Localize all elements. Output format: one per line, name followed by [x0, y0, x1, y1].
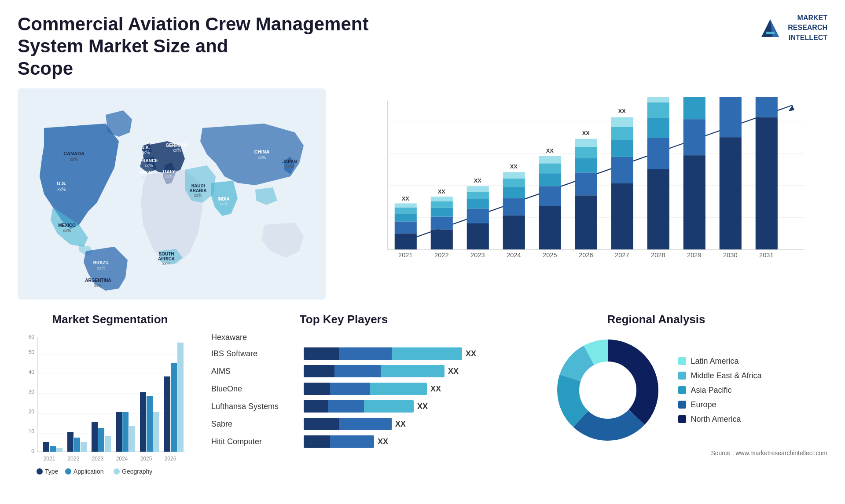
- svg-rect-47: [395, 208, 417, 214]
- svg-rect-134: [50, 446, 56, 452]
- svg-text:xx%: xx%: [142, 150, 150, 155]
- player-name-hexaware: Hexaware: [211, 333, 299, 342]
- svg-text:U.S.: U.S.: [57, 181, 66, 186]
- legend-dot-north-america: [678, 415, 686, 423]
- svg-rect-88: [611, 140, 633, 157]
- svg-rect-51: [431, 230, 453, 250]
- player-row-lufthansa: Lufthansa Systems XX: [211, 400, 476, 413]
- svg-rect-44: [395, 234, 417, 249]
- segmentation-section: Market Segmentation 0 10 20 30 40 50 60: [18, 313, 202, 497]
- bar-chart-container: XX 2021 XX 2022 XX 2023: [339, 88, 827, 299]
- svg-point-162: [581, 364, 634, 416]
- svg-text:XX: XX: [618, 108, 626, 115]
- player-val-blueone: XX: [430, 384, 441, 394]
- svg-rect-133: [43, 442, 49, 452]
- svg-text:xx%: xx%: [286, 164, 294, 169]
- player-val-aims: XX: [448, 367, 459, 376]
- player-val-hitit: XX: [378, 437, 388, 446]
- svg-text:2027: 2027: [615, 252, 629, 259]
- svg-text:xx%: xx%: [220, 201, 228, 206]
- player-val-ibs: XX: [466, 349, 476, 358]
- brand-logo-icon: [757, 15, 783, 41]
- key-players-title: Top Key Players: [211, 313, 476, 326]
- svg-text:U.K.: U.K.: [141, 145, 150, 150]
- legend-latin-america: Latin America: [678, 357, 761, 366]
- player-row-hitit: Hitit Computer XX: [211, 435, 476, 448]
- svg-text:2021: 2021: [398, 252, 412, 259]
- brand-name: MARKET RESEARCH INTELLECT: [788, 13, 827, 43]
- svg-rect-138: [81, 442, 87, 452]
- svg-text:10: 10: [29, 428, 35, 435]
- svg-text:SOUTH: SOUTH: [159, 252, 174, 256]
- svg-rect-102: [683, 97, 705, 119]
- svg-rect-83: [575, 139, 597, 147]
- svg-rect-68: [503, 179, 525, 187]
- svg-rect-75: [539, 164, 561, 174]
- svg-rect-106: [720, 97, 742, 137]
- svg-rect-93: [647, 169, 669, 249]
- svg-text:ARABIA: ARABIA: [190, 188, 207, 193]
- legend-label-asia-pacific: Asia Pacific: [691, 386, 731, 395]
- title-block: Commercial Aviation Crew Management Syst…: [18, 13, 414, 80]
- svg-text:2026: 2026: [165, 456, 176, 462]
- svg-point-151: [37, 468, 43, 475]
- svg-rect-149: [171, 363, 177, 452]
- svg-rect-79: [575, 195, 597, 249]
- key-players-section: Top Key Players Hexaware IBS Software XX: [211, 313, 476, 497]
- svg-rect-2: [766, 32, 775, 34]
- svg-rect-95: [647, 118, 669, 139]
- svg-rect-100: [683, 155, 705, 249]
- svg-rect-59: [467, 208, 489, 223]
- svg-rect-76: [539, 156, 561, 163]
- player-name-sabre: Sabre: [211, 420, 299, 429]
- svg-rect-142: [116, 412, 122, 452]
- world-map: CANADA xx% U.S. xx% MEXICO xx% BRAZIL xx…: [18, 88, 326, 299]
- svg-text:Type: Type: [45, 468, 59, 475]
- svg-rect-150: [177, 343, 184, 452]
- svg-text:2023: 2023: [92, 456, 104, 462]
- legend-dot-middle-east: [678, 372, 686, 380]
- legend-north-america: North America: [678, 415, 761, 424]
- regional-section: Regional Analysis: [485, 313, 827, 497]
- svg-text:CHINA: CHINA: [254, 149, 270, 154]
- logo-block: MARKET RESEARCH INTELLECT: [757, 13, 827, 43]
- player-name-aims: AIMS: [211, 367, 299, 376]
- svg-text:2026: 2026: [579, 252, 593, 259]
- header: Commercial Aviation Crew Management Syst…: [18, 13, 827, 80]
- svg-text:0: 0: [31, 448, 34, 454]
- svg-text:ITALY: ITALY: [163, 169, 175, 174]
- svg-rect-90: [611, 117, 633, 127]
- player-bar-wrap-sabre: XX: [304, 418, 476, 430]
- svg-rect-145: [140, 392, 146, 452]
- svg-text:2023: 2023: [470, 252, 485, 259]
- player-bar-wrap-aims: XX: [304, 365, 476, 377]
- top-section: CANADA xx% U.S. xx% MEXICO xx% BRAZIL xx…: [18, 88, 827, 299]
- regional-content: Latin America Middle East & Africa Asia …: [485, 333, 827, 447]
- page-container: Commercial Aviation Crew Management Syst…: [0, 0, 845, 504]
- svg-rect-136: [67, 432, 73, 452]
- player-row-hexaware: Hexaware: [211, 333, 476, 342]
- svg-text:SPAIN: SPAIN: [139, 170, 152, 175]
- svg-text:XX: XX: [510, 163, 518, 170]
- svg-rect-53: [431, 208, 453, 217]
- svg-rect-65: [503, 215, 525, 249]
- svg-text:2024: 2024: [116, 456, 128, 462]
- player-bar-wrap-hitit: XX: [304, 435, 476, 448]
- svg-rect-94: [647, 138, 669, 169]
- source-text: Source : www.marketresearchintellect.com: [485, 449, 827, 457]
- svg-rect-62: [467, 186, 489, 192]
- svg-rect-97: [647, 97, 669, 102]
- svg-text:FRANCE: FRANCE: [140, 158, 158, 163]
- player-row-sabre: Sabre XX: [211, 418, 476, 430]
- svg-rect-69: [503, 172, 525, 179]
- player-row-blueone: BlueOne XX: [211, 383, 476, 395]
- legend-label-middle-east: Middle East & Africa: [691, 371, 761, 380]
- svg-rect-48: [395, 204, 417, 208]
- svg-text:2022: 2022: [434, 252, 448, 259]
- legend-label-europe: Europe: [691, 400, 716, 409]
- legend-dot-asia-pacific: [678, 386, 686, 394]
- svg-rect-146: [147, 396, 153, 452]
- segmentation-title: Market Segmentation: [18, 313, 202, 326]
- svg-rect-96: [647, 102, 669, 118]
- svg-rect-82: [575, 147, 597, 158]
